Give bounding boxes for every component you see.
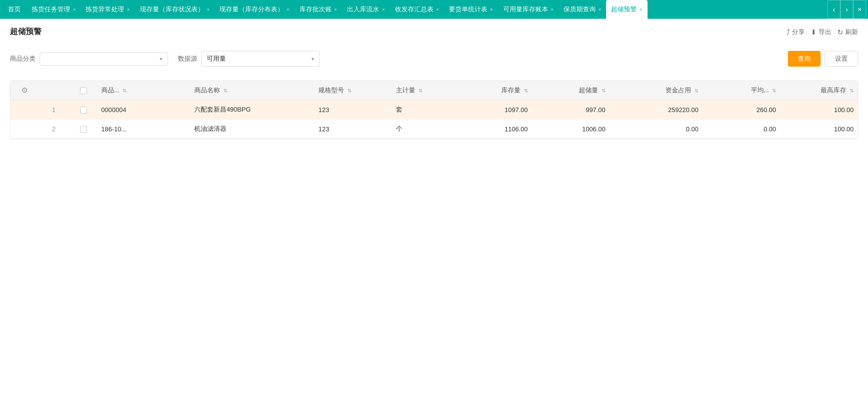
tab-batch-account[interactable]: 库存批次账 × — [295, 0, 342, 19]
row-product-name: 机油滤清器 — [190, 119, 314, 139]
row-max: 100.00 — [780, 119, 858, 139]
col-header-over[interactable]: 超储量 ⇅ — [532, 81, 609, 100]
row-settings — [10, 100, 39, 119]
row-settings — [10, 119, 39, 139]
share-button[interactable]: ⤴ 分享 — [786, 28, 805, 37]
nav-prev-button[interactable]: ‹ — [827, 0, 840, 19]
settings-button[interactable]: 设置 — [825, 51, 858, 67]
table-header-row: ⚙ 商品... ⇅ 商品名称 ⇅ 规格型号 — [10, 81, 858, 100]
row-unit: 个 — [392, 119, 454, 139]
query-button[interactable]: 查询 — [788, 51, 821, 67]
tab-overstock-warning[interactable]: 超储预警 × — [606, 0, 647, 19]
tab-quality-check[interactable]: 保质期查询 × — [559, 0, 606, 19]
data-table: ⚙ 商品... ⇅ 商品名称 ⇅ 规格型号 — [10, 80, 858, 139]
col-header-stock[interactable]: 库存量 ⇅ — [454, 81, 532, 100]
tab-abnormal[interactable]: 拣货异常处理 × — [81, 0, 134, 19]
row-checkbox-cell[interactable] — [69, 119, 97, 139]
close-icon[interactable]: × — [73, 6, 76, 12]
tab-stock-status[interactable]: 现存量（库存状况表） × — [135, 0, 215, 19]
page-content: 超储预警 ⤴ 分享 ⬇ 导出 ↻ 刷新 商品分类 ▾ 数据源 — [0, 19, 868, 395]
refresh-icon: ↻ — [837, 28, 843, 36]
page-header: 超储预警 ⤴ 分享 ⬇ 导出 ↻ 刷新 — [10, 27, 858, 37]
sort-icon: ⇅ — [419, 88, 423, 93]
col-header-max[interactable]: 最高库存 ⇅ — [780, 81, 858, 100]
row-checkbox[interactable] — [80, 107, 87, 114]
sort-icon: ⇅ — [694, 88, 698, 93]
tab-stock-dist[interactable]: 现存量（库存分布表） × — [215, 0, 294, 19]
chevron-down-icon: ▾ — [160, 56, 163, 62]
col-header-capital[interactable]: 资金占用 ⇅ — [609, 81, 702, 100]
page-actions: ⤴ 分享 ⬇ 导出 ↻ 刷新 — [786, 28, 858, 37]
sort-icon: ⇅ — [223, 88, 227, 93]
col-header-checkbox[interactable] — [69, 81, 97, 100]
close-icon[interactable]: × — [127, 6, 130, 12]
col-header-index — [39, 81, 70, 100]
filter-group-datasource: 数据源 可用量 ▾ — [178, 51, 320, 67]
row-max: 100.00 — [780, 100, 858, 119]
chevron-down-icon: ▾ — [311, 56, 314, 62]
close-icon[interactable]: × — [207, 6, 210, 12]
refresh-button[interactable]: ↻ 刷新 — [837, 28, 858, 37]
tab-in-out-flow[interactable]: 出入库流水 × — [342, 0, 390, 19]
row-unit: 套 — [392, 100, 454, 119]
select-all-checkbox[interactable] — [80, 87, 87, 94]
nav-next-button[interactable]: › — [840, 0, 853, 19]
row-product-name: 六配套新昌490BPG — [190, 100, 314, 119]
tab-task-mgmt[interactable]: 拣货任务管理 × — [27, 0, 81, 19]
row-spec: 123 — [314, 119, 392, 139]
close-icon[interactable]: × — [551, 6, 554, 12]
col-header-settings[interactable]: ⚙ — [10, 81, 39, 100]
row-over: 997.00 — [532, 100, 609, 119]
gear-icon[interactable]: ⚙ — [21, 86, 28, 94]
sort-icon: ⇅ — [772, 88, 776, 93]
datasource-select-value: 可用量 — [207, 54, 226, 63]
row-stock: 1097.00 — [454, 100, 532, 119]
row-product-code: 186-10... — [97, 119, 190, 139]
sort-icon: ⇅ — [602, 88, 606, 93]
row-over: 1006.00 — [532, 119, 609, 139]
filter-area: 商品分类 ▾ 数据源 可用量 ▾ 查询 设置 — [10, 45, 858, 73]
close-icon[interactable]: × — [382, 6, 385, 12]
row-spec: 123 — [314, 100, 392, 119]
page-title: 超储预警 — [10, 27, 42, 37]
row-checkbox-cell[interactable] — [69, 100, 97, 119]
nav-home[interactable]: 首页 — [2, 5, 27, 14]
filter-group-category: 商品分类 ▾ — [10, 52, 168, 66]
tab-available-account[interactable]: 可用量库存账本 × — [498, 0, 559, 19]
tab-order-stats[interactable]: 要货单统计表 × — [444, 0, 498, 19]
datasource-select[interactable]: 可用量 ▾ — [201, 51, 320, 67]
col-header-product-code[interactable]: 商品... ⇅ — [97, 81, 190, 100]
sort-icon: ⇅ — [850, 88, 854, 93]
col-header-avg[interactable]: 平均... ⇅ — [702, 81, 780, 100]
col-header-product-name[interactable]: 商品名称 ⇅ — [190, 81, 314, 100]
nav-arrows: ‹ › × — [827, 0, 866, 19]
sort-icon: ⇅ — [347, 88, 351, 93]
row-index: 1 — [39, 100, 70, 119]
close-icon[interactable]: × — [334, 6, 337, 12]
row-product-code: 0000004 — [97, 100, 190, 119]
share-icon: ⤴ — [786, 28, 790, 36]
col-header-unit[interactable]: 主计量 ⇅ — [392, 81, 454, 100]
close-icon[interactable]: × — [490, 6, 493, 12]
row-stock: 1106.00 — [454, 119, 532, 139]
close-icon[interactable]: × — [286, 6, 289, 12]
row-capital: 0.00 — [609, 119, 702, 139]
close-icon[interactable]: × — [639, 6, 642, 12]
category-select[interactable]: ▾ — [40, 52, 168, 66]
export-button[interactable]: ⬇ 导出 — [811, 28, 831, 37]
sort-icon: ⇅ — [123, 88, 127, 93]
top-navigation: 首页 拣货任务管理 × 拣货异常处理 × 现存量（库存状况表） × 现存量（库存… — [0, 0, 868, 19]
row-capital: 259220.00 — [609, 100, 702, 119]
row-checkbox[interactable] — [80, 126, 87, 133]
nav-close-button[interactable]: × — [853, 0, 866, 19]
close-icon[interactable]: × — [598, 6, 601, 12]
tab-recv-send[interactable]: 收发存汇总表 × — [390, 0, 444, 19]
sort-icon: ⇅ — [524, 88, 528, 93]
table-row: 1 0000004 六配套新昌490BPG 123 套 1097.00 997.… — [10, 100, 858, 119]
close-icon[interactable]: × — [436, 6, 439, 12]
col-header-spec[interactable]: 规格型号 ⇅ — [314, 81, 392, 100]
datasource-label: 数据源 — [178, 54, 197, 63]
row-avg: 260.00 — [702, 100, 780, 119]
row-index: 2 — [39, 119, 70, 139]
category-label: 商品分类 — [10, 54, 36, 63]
